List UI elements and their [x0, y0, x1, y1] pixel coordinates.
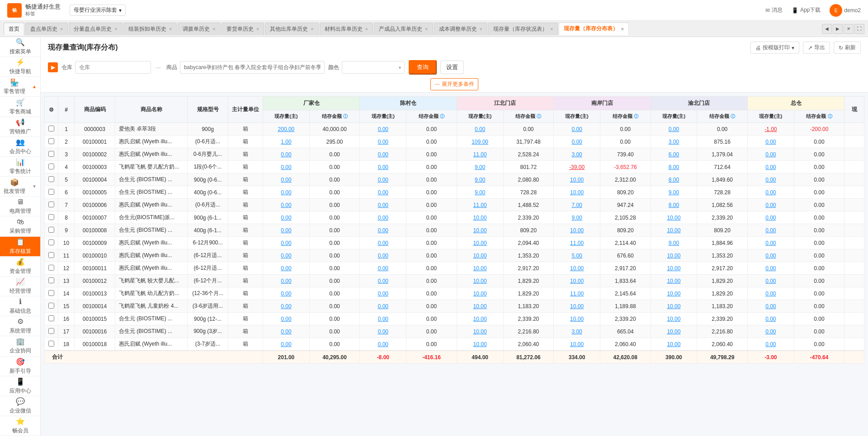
row-checkbox[interactable]	[45, 275, 58, 287]
tab-chengben-close[interactable]: ×	[480, 26, 482, 32]
th-settings[interactable]: ⚙	[45, 97, 58, 123]
export-label: 导出	[814, 44, 825, 52]
sidebar-label-wholesale: 批发管理	[4, 188, 25, 195]
row-checkbox[interactable]	[45, 186, 58, 199]
app-download-btn[interactable]: 📱 App下载	[792, 6, 821, 14]
row-jiangbei-amt: 2,528.24	[503, 148, 554, 161]
query-btn[interactable]: 查询	[409, 60, 437, 75]
row-checkbox[interactable]	[45, 300, 58, 313]
tab-cailian-close[interactable]: ×	[365, 26, 368, 32]
row-checkbox[interactable]	[45, 148, 58, 161]
tenant-dropdown[interactable]: 母婴行业演示陈套 ▾	[70, 5, 126, 16]
tab-chanpin[interactable]: 产成品入库单历史 ×	[374, 23, 433, 35]
sidebar-item-retail-shop[interactable]: 🛒 零售商城	[0, 97, 40, 117]
tab-zuzhe-close[interactable]: ×	[169, 26, 172, 32]
tab-chanpin-close[interactable]: ×	[425, 26, 428, 32]
sidebar-item-retail-mgmt[interactable]: 🏪 零售管理 ▲	[0, 77, 40, 97]
row-factory-qty: 0.00	[263, 161, 310, 173]
row-checkbox[interactable]	[45, 338, 58, 351]
row-checkbox[interactable]	[45, 173, 58, 186]
sidebar-label-retail-mgmt: 零售管理	[4, 88, 25, 95]
row-checkbox[interactable]	[45, 199, 58, 211]
settings-gear-icon[interactable]: ⚙	[49, 107, 54, 113]
settings-btn[interactable]: 设置	[440, 61, 464, 74]
tab-fenpandian-close[interactable]: ×	[114, 26, 117, 32]
tab-zuzhe[interactable]: 组装拆卸单历史 ×	[123, 23, 177, 35]
tab-next-btn[interactable]: ▶	[833, 24, 843, 34]
tab-xianzailiang2-close[interactable]: ×	[621, 26, 623, 32]
sidebar-item-retail-stats[interactable]: 📊 零售统计	[0, 157, 40, 177]
row-num: 17	[58, 325, 75, 338]
sidebar-item-search[interactable]: 🔍 搜索英单	[0, 37, 40, 57]
row-checkbox[interactable]	[45, 262, 58, 275]
tab-xianzailiang1-close[interactable]: ×	[550, 26, 553, 32]
tab-xianzailiang2[interactable]: 现存量（库存分布表） ×	[559, 23, 628, 35]
sidebar-item-newguide[interactable]: 🎯 新手引导	[0, 356, 40, 376]
row-checkbox[interactable]	[45, 237, 58, 249]
sidebar-item-inventory[interactable]: 📋 库存核算	[0, 237, 40, 257]
message-btn[interactable]: ✉ 消息	[765, 6, 783, 14]
row-nanan-amt: 1,189.88	[600, 300, 651, 313]
warehouse-input[interactable]	[75, 61, 151, 74]
tab-cailian[interactable]: 材料出库单历史 ×	[320, 23, 373, 35]
row-checkbox[interactable]	[45, 313, 58, 325]
row-code: 00100007	[75, 211, 115, 224]
table-area[interactable]: ⚙ # 商品编码 商品名称 规格型号 主计量单位 厂家仓 陈村仓 江北门店 南岸…	[41, 93, 868, 436]
tab-pandian-close[interactable]: ×	[60, 26, 63, 32]
sidebar-item-quicknav[interactable]: ⚡ 快捷导航	[0, 57, 40, 77]
tab-pandian[interactable]: 盘点单历史 ×	[25, 23, 68, 35]
refresh-btn[interactable]: ↻ 刷新	[834, 42, 861, 54]
tab-prev-btn[interactable]: ◀	[822, 24, 832, 34]
tab-yaohuo-close[interactable]: ×	[256, 26, 259, 32]
row-jiangbei-qty: 10.00	[457, 211, 503, 224]
color-label: 颜色	[328, 64, 339, 71]
sidebar-item-enterprise[interactable]: 🏢 企业协同	[0, 336, 40, 356]
tab-fullscreen-btn[interactable]: ⛶	[854, 24, 864, 34]
row-yuzbei-qty: 8.00	[651, 161, 697, 173]
sidebar-item-chanye[interactable]: ⭐ 畅会员	[0, 416, 40, 436]
sidebar-label-newguide: 新手引导	[9, 367, 31, 375]
tab-diaoyuo[interactable]: 调拨单历史 ×	[178, 23, 220, 35]
sidebar-item-purchase[interactable]: 🛍 采购管理	[0, 216, 40, 236]
row-checkbox[interactable]	[45, 161, 58, 173]
tab-yaohuo[interactable]: 要货单历史 ×	[222, 23, 264, 35]
row-checkbox[interactable]	[45, 136, 58, 148]
tab-fenpandian[interactable]: 分量盘点单历史 ×	[69, 23, 122, 35]
tab-diaoyuo-close[interactable]: ×	[212, 26, 215, 32]
row-checkbox[interactable]	[45, 249, 58, 262]
print-btn[interactable]: 🖨 按模版打印 ▾	[750, 42, 799, 54]
sidebar-item-system[interactable]: ⚙ 系统管理	[0, 316, 40, 336]
content-area: 现存量查询(库存分布) 🖨 按模版打印 ▾ ↗ 导出 ↻ 刷新	[41, 37, 868, 436]
sidebar-item-basic[interactable]: ℹ 基础信息	[0, 296, 40, 316]
tab-close-all-btn[interactable]: ✕	[844, 24, 854, 34]
sidebar-label-operation: 经营管理	[9, 287, 31, 295]
sidebar-item-finance[interactable]: 💰 资金管理	[0, 257, 40, 277]
row-checkbox[interactable]	[45, 325, 58, 338]
color-dropdown[interactable]: ▾	[342, 61, 405, 74]
tab-xianzailiang1[interactable]: 现存量（库存状况表） ×	[488, 23, 558, 35]
export-btn[interactable]: ↗ 导出	[803, 42, 830, 54]
row-checkbox[interactable]	[45, 123, 58, 136]
row-total-amt: 0.00	[794, 224, 844, 237]
tab-qita[interactable]: 其他出库单历史 ×	[265, 23, 318, 35]
collapse-arrow[interactable]: ▶	[48, 62, 58, 72]
user-area[interactable]: E demo2	[830, 4, 861, 17]
sidebar-item-wholesale[interactable]: 📦 批发管理 ▼	[0, 177, 40, 197]
tab-home[interactable]: 首页	[4, 23, 24, 35]
sidebar-item-marketing[interactable]: 📢 营销推广	[0, 117, 40, 137]
row-checkbox[interactable]	[45, 211, 58, 224]
sidebar-item-wechat[interactable]: 💬 企业微信	[0, 396, 40, 416]
goods-input[interactable]	[180, 61, 325, 74]
tab-chengben[interactable]: 成本调整单历史 ×	[434, 23, 487, 35]
row-unit: 箱	[228, 136, 263, 148]
sidebar-item-member[interactable]: 👥 会员中心	[0, 137, 40, 157]
sidebar-item-appcenter[interactable]: 📱 应用中心	[0, 376, 40, 396]
row-jiangbei-qty: 9.00	[457, 161, 503, 173]
tab-qita-close[interactable]: ×	[311, 26, 313, 32]
row-checkbox[interactable]	[45, 287, 58, 300]
row-checkbox[interactable]	[45, 224, 58, 237]
warehouse-more-btn[interactable]: ···	[154, 64, 163, 71]
expand-more-btn[interactable]: ⋯ 展开更多条件	[430, 78, 478, 90]
sidebar-item-operation[interactable]: 📈 经营管理	[0, 277, 40, 296]
sidebar-item-ecommerce[interactable]: 🖥 电商管理	[0, 197, 40, 216]
